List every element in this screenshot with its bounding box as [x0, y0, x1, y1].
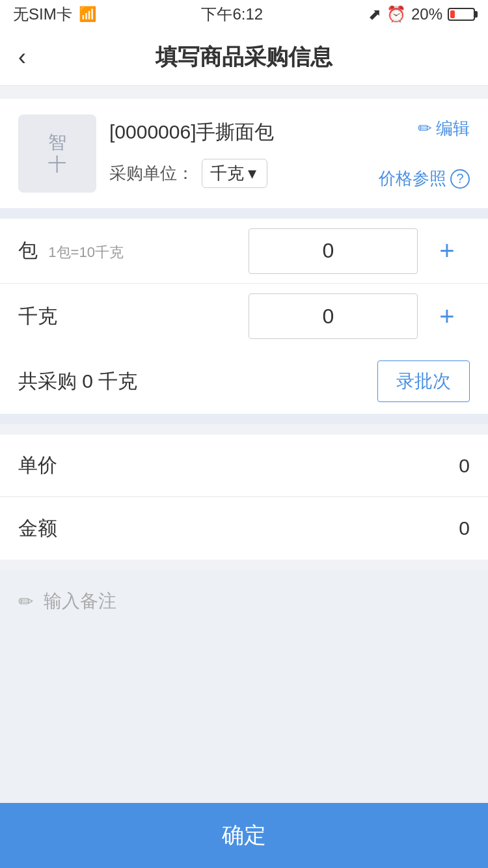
- bao-input[interactable]: [249, 228, 418, 274]
- summary-row: 共采购 0 千克 录批次: [0, 349, 488, 414]
- back-button[interactable]: ‹: [18, 44, 26, 71]
- kg-label: 千克: [18, 303, 249, 330]
- kg-plus-button[interactable]: +: [424, 293, 470, 339]
- bao-label: 包 1包=10千克: [18, 237, 249, 264]
- edit-icon: ✏: [418, 118, 432, 139]
- empty-content: [0, 632, 488, 828]
- battery-icon: [448, 8, 475, 21]
- unit-price-row: 单价 0: [0, 435, 488, 497]
- kg-input[interactable]: [249, 293, 418, 339]
- amount-label: 金额: [18, 515, 57, 542]
- remark-placeholder: 输入备注: [44, 589, 116, 614]
- unit-dropdown-icon: ▾: [248, 163, 256, 183]
- status-bar: 无SIM卡 📶 下午6:12 ⬈ ⏰ 20%: [0, 0, 488, 29]
- amount-row: 金额 0: [0, 497, 488, 560]
- quantity-section: 包 1包=10千克 + 千克 +: [0, 219, 488, 349]
- unit-label: 采购单位：: [109, 162, 194, 185]
- batch-button[interactable]: 录批次: [377, 360, 470, 402]
- edit-label: 编辑: [436, 117, 470, 140]
- section-divider-1: [0, 208, 488, 219]
- battery-percent: 20%: [411, 5, 442, 23]
- kg-row: 千克 +: [0, 284, 488, 349]
- price-section: 单价 0 金额 0: [0, 435, 488, 560]
- summary-section: 共采购 0 千克 录批次: [0, 349, 488, 414]
- unit-price-value: 0: [459, 455, 470, 477]
- amount-value: 0: [459, 517, 470, 539]
- summary-text: 共采购 0 千克: [18, 368, 137, 395]
- nav-bar: ‹ 填写商品采购信息: [0, 29, 488, 86]
- time-label: 下午6:12: [201, 4, 263, 25]
- remark-section[interactable]: ✏ 输入备注: [0, 570, 488, 632]
- bao-row: 包 1包=10千克 +: [0, 219, 488, 284]
- wifi-icon: 📶: [79, 6, 96, 23]
- alarm-icon: ⏰: [386, 5, 406, 23]
- product-name: [0000006]手撕面包: [109, 119, 470, 146]
- product-image: 智 十: [18, 115, 96, 193]
- bao-sublabel: 1包=10千克: [48, 244, 124, 260]
- section-divider-2: [0, 414, 488, 424]
- price-ref-button[interactable]: 价格参照 ?: [379, 167, 470, 190]
- product-logo: 智 十: [48, 131, 66, 175]
- location-icon: ⬈: [368, 5, 381, 23]
- page-title: 填写商品采购信息: [156, 42, 332, 72]
- pencil-icon: ✏: [18, 591, 33, 612]
- help-icon: ?: [450, 169, 470, 189]
- unit-price-label: 单价: [18, 452, 57, 479]
- edit-button[interactable]: ✏ 编辑: [418, 117, 470, 140]
- price-ref-label: 价格参照: [379, 167, 446, 190]
- product-card: 智 十 [0000006]手撕面包 采购单位： 千克 ▾ ✏ 编辑 价格参照 ?: [0, 99, 488, 208]
- bao-plus-button[interactable]: +: [424, 228, 470, 274]
- unit-value: 千克: [210, 162, 244, 185]
- unit-selector[interactable]: 千克 ▾: [202, 159, 267, 188]
- carrier-label: 无SIM卡: [13, 4, 72, 25]
- confirm-button[interactable]: 确定: [0, 803, 488, 868]
